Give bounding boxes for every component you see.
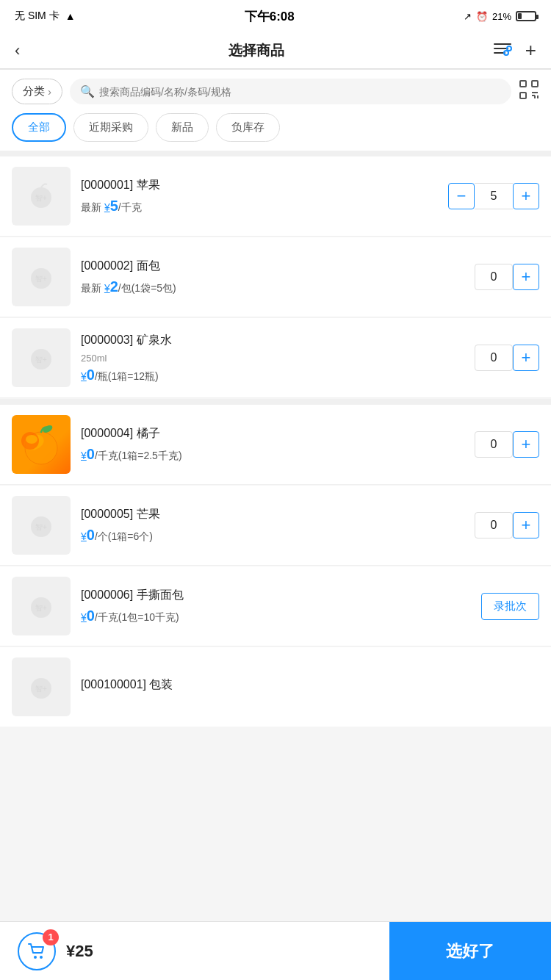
- product-image-0: 智+: [12, 167, 71, 226]
- price-spec-2: (1箱=12瓶): [108, 370, 159, 382]
- table-row: 智+ [0000006] 手撕面包 ¥0/千克(1包=10千克) 录批次: [0, 566, 551, 646]
- product-price-2: ¥0/瓶(1箱=12瓶): [81, 367, 467, 383]
- price-spec-4: (1箱=6个): [108, 530, 153, 542]
- product-name-3: [0000004] 橘子: [81, 426, 467, 442]
- product-info-2: [0000003] 矿泉水 250ml ¥0/瓶(1箱=12瓶): [81, 333, 467, 383]
- product-actions-0: − +: [448, 183, 539, 209]
- increment-button-2[interactable]: +: [513, 345, 539, 371]
- increment-button-0[interactable]: +: [513, 183, 539, 209]
- svg-rect-5: [520, 81, 526, 87]
- svg-text:智+: 智+: [35, 604, 47, 612]
- price-num-2: 0: [87, 367, 95, 383]
- battery-icon: [516, 11, 536, 21]
- filter-icon[interactable]: [493, 40, 512, 61]
- cart-section: 1 ¥25: [0, 932, 389, 970]
- location-icon: ↗: [464, 11, 472, 22]
- increment-button-1[interactable]: +: [513, 264, 539, 290]
- product-info-6: [000100001] 包装: [81, 677, 539, 697]
- decrement-button-0[interactable]: −: [448, 183, 475, 209]
- price-num-5: 0: [87, 608, 95, 624]
- tab-all[interactable]: 全部: [12, 113, 66, 142]
- price-symbol-2: ¥: [81, 370, 87, 382]
- product-name-4: [0000005] 芒果: [81, 507, 467, 522]
- price-unit-5: /千克: [95, 611, 118, 623]
- price-num-4: 0: [87, 527, 95, 543]
- status-right: ↗ ⏰ 21%: [464, 11, 536, 22]
- product-info-4: [0000005] 芒果 ¥0/个(1箱=6个): [81, 507, 467, 544]
- product-actions-3: +: [475, 431, 539, 458]
- product-actions-4: +: [475, 512, 539, 538]
- filter-row: 分类 › 🔍: [0, 70, 551, 113]
- cart-total: ¥25: [66, 942, 93, 961]
- price-symbol-4: ¥: [81, 530, 87, 542]
- product-info-0: [0000001] 苹果 最新 ¥5/千克: [81, 178, 441, 215]
- confirm-button[interactable]: 选好了: [389, 922, 551, 981]
- product-image-6: 智+: [12, 657, 71, 716]
- increment-button-3[interactable]: +: [513, 431, 539, 458]
- product-actions-2: +: [475, 345, 539, 371]
- price-unit-0: /千克: [118, 201, 142, 213]
- status-time: 下午6:08: [245, 8, 295, 25]
- quantity-input-0[interactable]: [475, 183, 513, 209]
- quantity-input-4[interactable]: [475, 512, 513, 538]
- price-label-1: 最新: [81, 282, 101, 294]
- price-num-1: 2: [110, 278, 118, 295]
- category-arrow-icon: ›: [48, 85, 51, 98]
- price-label-0: 最新: [81, 201, 101, 213]
- price-symbol-5: ¥: [81, 611, 87, 623]
- svg-text:智+: 智+: [35, 523, 47, 531]
- price-num-0: 5: [110, 198, 118, 214]
- product-image-4: 智+: [12, 496, 71, 555]
- tab-recent[interactable]: 近期采购: [73, 113, 148, 142]
- category-button[interactable]: 分类 ›: [12, 79, 62, 104]
- table-row: [0000004] 橘子 ¥0/千克(1箱=2.5千克) +: [0, 405, 551, 485]
- cart-button[interactable]: 1: [18, 932, 56, 970]
- product-actions-1: +: [475, 264, 539, 290]
- product-info-1: [0000002] 面包 最新 ¥2/包(1袋=5包): [81, 259, 467, 295]
- price-spec-3: (1箱=2.5千克): [118, 450, 182, 461]
- price-symbol-1: ¥: [104, 282, 110, 294]
- back-button[interactable]: ‹: [15, 41, 20, 60]
- search-input[interactable]: [99, 86, 501, 98]
- tab-negative[interactable]: 负库存: [216, 113, 280, 142]
- svg-text:智+: 智+: [35, 194, 47, 202]
- price-spec-1: (1袋=5包): [132, 282, 176, 294]
- product-name-0: [0000001] 苹果: [81, 178, 441, 193]
- quantity-input-1[interactable]: [475, 264, 513, 290]
- product-image-1: 智+: [12, 248, 71, 306]
- svg-rect-7: [520, 93, 526, 98]
- price-spec-5: (1包=10千克): [118, 611, 179, 623]
- increment-button-4[interactable]: +: [513, 512, 539, 538]
- batch-button-5[interactable]: 录批次: [481, 593, 539, 620]
- tab-new[interactable]: 新品: [156, 113, 209, 142]
- product-price-0: 最新 ¥5/千克: [81, 198, 441, 215]
- add-icon[interactable]: +: [525, 39, 536, 62]
- search-box: 🔍: [70, 79, 511, 104]
- svg-point-4: [504, 51, 508, 55]
- product-price-1: 最新 ¥2/包(1袋=5包): [81, 278, 467, 295]
- svg-text:智+: 智+: [35, 275, 47, 283]
- svg-point-22: [26, 435, 37, 444]
- product-spec2-2: 250ml: [81, 353, 467, 364]
- quantity-input-2[interactable]: [475, 345, 513, 371]
- price-symbol-3: ¥: [81, 450, 87, 461]
- battery-percent: 21%: [492, 11, 511, 22]
- svg-rect-6: [532, 81, 538, 87]
- svg-point-30: [34, 956, 37, 959]
- table-row: 智+ [0000003] 矿泉水 250ml ¥0/瓶(1箱=12瓶) +: [0, 318, 551, 398]
- price-num-3: 0: [87, 446, 95, 462]
- product-info-3: [0000004] 橘子 ¥0/千克(1箱=2.5千克): [81, 426, 467, 463]
- price-symbol-0: ¥: [104, 201, 110, 213]
- carrier-label: 无 SIM 卡: [15, 10, 60, 23]
- product-name-1: [0000002] 面包: [81, 259, 467, 274]
- quantity-input-3[interactable]: [475, 431, 513, 458]
- product-price-4: ¥0/个(1箱=6个): [81, 527, 467, 544]
- category-label: 分类: [23, 84, 45, 98]
- bottom-bar: 1 ¥25 选好了: [0, 921, 551, 980]
- product-price-5: ¥0/千克(1包=10千克): [81, 608, 474, 624]
- table-row: 智+ [000100001] 包装: [0, 647, 551, 727]
- price-unit-2: /瓶: [95, 370, 108, 382]
- product-price-3: ¥0/千克(1箱=2.5千克): [81, 446, 467, 463]
- scan-icon[interactable]: [519, 79, 539, 104]
- product-image-2: 智+: [12, 328, 71, 387]
